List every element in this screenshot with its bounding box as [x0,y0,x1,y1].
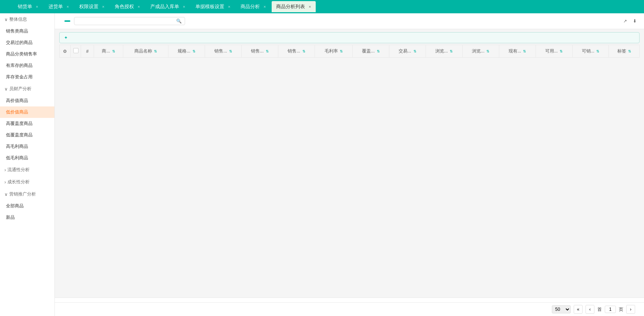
nav-permission[interactable]: 权限设置 × [75,1,109,12]
search-icon[interactable]: 🔍 [176,18,182,24]
sidebar-item-category-rate[interactable]: 商品分类销售率 [0,48,54,60]
export-button[interactable]: ⬇ [633,18,638,24]
first-page-button[interactable]: « [574,305,583,314]
sidebar-item-new-products[interactable]: 新品 [0,212,54,223]
sidebar-item-traded-products[interactable]: 交易过的商品 [0,37,54,48]
col-header-sales-cost[interactable]: 销售... ⇅ [278,45,315,58]
col-header-spec[interactable]: 规格... ⇅ [168,45,205,58]
sidebar-section-liquidity[interactable]: › 流通性分析 [0,164,54,176]
search-box[interactable]: 🔍 [74,17,185,25]
sidebar-section-growth[interactable]: › 成长性分析 [0,176,54,188]
col-header-views2[interactable]: 浏览... ⇅ [462,45,499,58]
share-button[interactable]: ↗ [623,18,628,24]
data-table: ⚙ # 商... ⇅ 商品名称 ⇅ 规格... ⇅ 销售... ⇅ 销售... … [59,45,640,58]
close-finished-goods[interactable]: × [183,4,185,9]
col-header-coverage[interactable]: 覆盖... ⇅ [352,45,389,58]
chevron-right-icon: › [4,167,6,173]
page-number-input[interactable] [605,306,616,313]
nav-template-settings[interactable]: 单据模板设置 × [191,1,235,12]
nav-role-auth[interactable]: 角色授权 × [110,1,144,12]
close-product-analysis[interactable]: × [264,4,266,9]
nav-product-analysis[interactable]: 商品分析 × [236,1,270,12]
header-actions: ↗ ⬇ [623,18,638,24]
close-sales-order[interactable]: × [36,4,38,9]
sidebar-section-employee[interactable]: ∨ 员财产分析 [0,83,54,95]
close-template-settings[interactable]: × [228,4,230,9]
col-header-views1[interactable]: 浏览... ⇅ [426,45,462,58]
search-input[interactable] [77,18,176,24]
nav-product-analysis-list[interactable]: 商品分析列表 × [272,1,315,12]
nav-sales-order[interactable]: 销货单 × [13,1,43,12]
col-header-sellable[interactable]: 可销... ⇅ [572,45,609,58]
top-navigation: 销货单 × 进货单 × 权限设置 × 角色授权 × 产成品入库单 × 单据模板设… [0,0,644,13]
sidebar: ∨ 整体信息 销售类商品 交易过的商品 商品分类销售率 有库存的商品 库存资金占… [0,13,55,316]
share-icon: ↗ [623,18,627,24]
sidebar-section-marketing[interactable]: ∨ 营销推广分析 [0,188,54,200]
col-header-gross-margin[interactable]: 毛利率 ⇅ [315,45,352,58]
page-prefix-label: 首 [597,306,602,313]
col-header-current-stock[interactable]: 现有... ⇅ [499,45,536,58]
sidebar-item-high-margin[interactable]: 高毛利商品 [0,141,54,152]
notice-bar: ✦ [59,32,640,43]
nav-home[interactable] [3,4,12,9]
col-header-name[interactable]: 商品名称 ⇅ [123,45,168,58]
col-header-available-stock[interactable]: 可用... ⇅ [536,45,572,58]
col-header-sales-amt[interactable]: 销售... ⇅ [241,45,278,58]
nav-purchase-order[interactable]: 进货单 × [44,1,73,12]
notice-icon: ✦ [64,35,68,40]
chevron-down-icon-3: ∨ [4,192,8,197]
select-all-checkbox[interactable] [73,48,78,53]
col-header-gear[interactable]: ⚙ [60,45,71,58]
sidebar-item-high-coverage[interactable]: 高覆盖度商品 [0,118,54,129]
prev-page-button[interactable]: ‹ [586,305,594,314]
sidebar-section-overall[interactable]: ∨ 整体信息 [0,13,54,26]
col-header-sales-qty[interactable]: 销售... ⇅ [205,45,242,58]
chevron-down-icon: ∨ [4,17,8,22]
pagination-bar: 50 100 200 « ‹ 首 页 › [55,302,644,316]
main-content: 🔍 ↗ ⬇ ✦ ⚙ [55,13,644,316]
col-header-code[interactable]: 商... ⇅ [94,45,123,58]
sidebar-item-stock-products[interactable]: 有库存的商品 [0,60,54,71]
filter-tag[interactable] [64,20,70,22]
nav-finished-goods[interactable]: 产成品入库单 × [146,1,189,12]
footer-total-bar [55,298,644,302]
sidebar-item-stock-capital[interactable]: 库存资金占用 [0,71,54,83]
sidebar-item-all-products[interactable]: 全部商品 [0,200,54,212]
col-header-checkbox [71,45,81,58]
next-page-button[interactable]: › [626,305,635,314]
close-permission[interactable]: × [102,4,104,9]
header-bar: 🔍 ↗ ⬇ [55,13,644,29]
close-product-analysis-list[interactable]: × [309,4,311,9]
page-suffix-label: 页 [619,306,623,313]
close-purchase-order[interactable]: × [67,4,69,9]
sidebar-item-high-value[interactable]: 高价值商品 [0,95,54,106]
table-area: ⚙ # 商... ⇅ 商品名称 ⇅ 规格... ⇅ 销售... ⇅ 销售... … [55,45,644,298]
col-header-num: # [81,45,94,58]
chevron-down-icon-2: ∨ [4,86,8,92]
per-page-select[interactable]: 50 100 200 [552,305,571,313]
sidebar-item-low-margin[interactable]: 低毛利商品 [0,152,54,164]
sidebar-item-low-value[interactable]: 低价值商品 [0,106,54,118]
chevron-right-icon-2: › [4,180,6,185]
sidebar-item-sales-products[interactable]: 销售类商品 [0,26,54,37]
sidebar-item-low-coverage[interactable]: 低覆盖度商品 [0,129,54,141]
col-header-tags[interactable]: 标签 ⇅ [609,45,640,58]
col-header-transactions[interactable]: 交易... ⇅ [389,45,426,58]
export-icon: ⬇ [633,18,637,24]
close-role-auth[interactable]: × [138,4,140,9]
